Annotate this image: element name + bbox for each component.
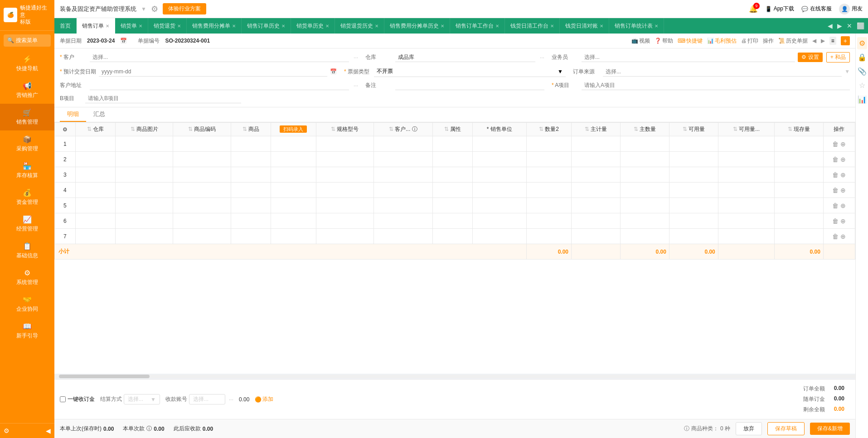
shortcut-action[interactable]: ⌨ 快捷键 [678, 37, 703, 45]
tab-sales-return[interactable]: 销货退货 ✕ [148, 18, 187, 34]
cell[interactable] [669, 136, 718, 152]
sidebar-item-purchase[interactable]: 📦 采购管理 [0, 130, 54, 157]
right-star-icon[interactable]: ☆ [857, 79, 867, 91]
scrollbar-thumb[interactable] [59, 375, 150, 378]
add-product-btn[interactable]: + 和品 [826, 52, 850, 63]
tab-close-icon[interactable]: ✕ [375, 24, 378, 29]
sidebar-item-inventory[interactable]: 🏪 库存核算 [0, 157, 54, 184]
cell[interactable] [472, 136, 526, 152]
address-input[interactable] [90, 81, 349, 90]
tab-close-icon[interactable]: ✕ [600, 24, 603, 29]
collapse-icon[interactable]: ◀ [46, 427, 51, 434]
tab-close-icon[interactable]: ✕ [655, 24, 658, 29]
cell[interactable] [373, 136, 432, 152]
col-settings[interactable]: ⚙ [55, 123, 76, 136]
quick-checkout-checkbox[interactable]: 一键收订金 [60, 395, 95, 403]
address-dots[interactable]: ··· [354, 82, 358, 89]
tab-cash-workbench[interactable]: 钱货日清工作台 ✕ [505, 18, 560, 34]
tab-sales-invoice[interactable]: 销货单 ✕ [115, 18, 148, 34]
payment-method-select[interactable]: 选择... ▼ [124, 394, 160, 404]
receipt-dots[interactable]: ··· [229, 396, 233, 403]
customer-dots[interactable]: ··· [354, 54, 358, 61]
warehouse-input[interactable] [395, 53, 535, 62]
copy-icon[interactable]: ⊕ [840, 187, 846, 194]
remark-input[interactable] [395, 81, 544, 90]
user-avatar[interactable]: 👤 用友 [839, 4, 863, 14]
tab-sales-order-hist[interactable]: 销售订单历史 ✕ [242, 18, 291, 34]
right-settings-icon[interactable]: ⚙ [857, 37, 867, 49]
settings-gear-icon[interactable]: ⚙ [151, 4, 158, 14]
right-chart-icon[interactable]: 📊 [856, 93, 868, 106]
tab-expand-icon[interactable]: ⬜ [855, 21, 866, 30]
sidebar-item-finance[interactable]: 💰 资金管理 [0, 184, 54, 211]
right-attach-icon[interactable]: 📎 [856, 65, 868, 77]
sidebar-item-quick-nav[interactable]: ⚡ 快捷导航 [0, 50, 54, 77]
copy-icon[interactable]: ⊕ [840, 140, 846, 148]
receipt-account-select[interactable]: 选择... [189, 394, 225, 404]
delete-icon[interactable]: 🗑 [832, 202, 839, 209]
cell[interactable] [774, 136, 823, 152]
history-action[interactable]: 📜 历史单据 [778, 37, 808, 45]
copy-icon[interactable]: ⊕ [840, 217, 846, 225]
next-record-icon[interactable]: ▶ [821, 38, 825, 44]
solution-button[interactable]: 体验行业方案 [163, 3, 206, 14]
cell[interactable] [620, 136, 669, 152]
tab-return-hist[interactable]: 销货退货历史 ✕ [335, 18, 384, 34]
delete-icon[interactable]: 🗑 [832, 156, 839, 163]
cell[interactable] [718, 136, 774, 152]
tab-home[interactable]: 首页 [54, 18, 77, 34]
sidebar-item-basic[interactable]: 📋 基础信息 [0, 237, 54, 264]
add-icon[interactable]: + [841, 36, 850, 45]
tab-close-icon[interactable]: ✕ [550, 24, 554, 29]
copy-icon[interactable]: ⊕ [840, 156, 846, 163]
tab-expense-hist[interactable]: 销售费用分摊单历史 ✕ [384, 18, 450, 34]
save-draft-button[interactable]: 保存草稿 [767, 422, 805, 435]
tab-reconcile[interactable]: 钱货日清对账 ✕ [560, 18, 609, 34]
prev-record-icon[interactable]: ◀ [812, 38, 816, 44]
tab-close-icon[interactable]: ✕ [139, 24, 142, 29]
online-service[interactable]: 💬 在线客服 [801, 5, 832, 13]
tab-prev-icon[interactable]: ◀ [826, 21, 834, 30]
delete-icon[interactable]: 🗑 [832, 171, 839, 178]
copy-icon[interactable]: ⊕ [840, 233, 846, 240]
cell[interactable] [572, 136, 621, 152]
tab-close-icon[interactable]: ✕ [441, 24, 444, 29]
calendar-icon[interactable]: 📅 [120, 38, 127, 44]
tab-close-icon[interactable]: ✕ [495, 24, 499, 29]
horizontal-scrollbar[interactable] [54, 375, 855, 378]
sidebar-item-system[interactable]: ⚙ 系统管理 [0, 264, 54, 291]
view-action[interactable]: 📺 视频 [631, 37, 650, 45]
add-button[interactable]: 🟠 添加 [255, 395, 273, 403]
tab-summary[interactable]: 汇总 [86, 107, 112, 122]
sidebar-item-sales[interactable]: 🛒 销售管理 [0, 104, 54, 130]
sidebar-item-operations[interactable]: 📈 经营管理 [0, 211, 54, 237]
cell[interactable] [231, 136, 271, 152]
tab-close-icon[interactable]: ✕ [281, 24, 285, 29]
tab-sales-hist[interactable]: 销货单历史 ✕ [291, 18, 335, 34]
col-scan[interactable]: 扫码录入 [271, 123, 316, 136]
tab-close-icon[interactable]: ✕ [106, 24, 109, 29]
sidebar-item-enterprise[interactable]: 🤝 企业协同 [0, 291, 54, 318]
cell[interactable] [115, 136, 173, 152]
cell[interactable] [271, 136, 316, 152]
app-download[interactable]: 📱 App下载 [765, 5, 794, 13]
b-project-input[interactable] [85, 94, 241, 103]
calendar2-icon[interactable]: 📅 [330, 68, 337, 75]
tab-next-icon[interactable]: ▶ [835, 21, 844, 30]
delete-icon[interactable]: 🗑 [832, 233, 839, 240]
settings-icon[interactable]: ⚙ [4, 427, 10, 434]
cell[interactable] [316, 136, 373, 152]
discard-button[interactable]: 放弃 [736, 422, 762, 435]
tab-sales-expense[interactable]: 销售费用分摊单 ✕ [187, 18, 242, 34]
copy-icon[interactable]: ⊕ [840, 202, 846, 209]
scan-btn[interactable]: 扫码录入 [280, 125, 307, 133]
operation-action[interactable]: 操作 [763, 37, 774, 45]
tab-close-icon[interactable]: ✕ [325, 24, 329, 29]
copy-icon[interactable]: ⊕ [840, 171, 846, 178]
delete-icon[interactable]: 🗑 [832, 140, 839, 148]
delivery-input[interactable] [99, 67, 327, 77]
salesperson-input[interactable] [582, 53, 795, 62]
list-view-icon[interactable]: ≡ [829, 37, 836, 45]
tab-close-all-icon[interactable]: ✕ [845, 21, 854, 30]
a-project-input[interactable] [582, 81, 850, 90]
